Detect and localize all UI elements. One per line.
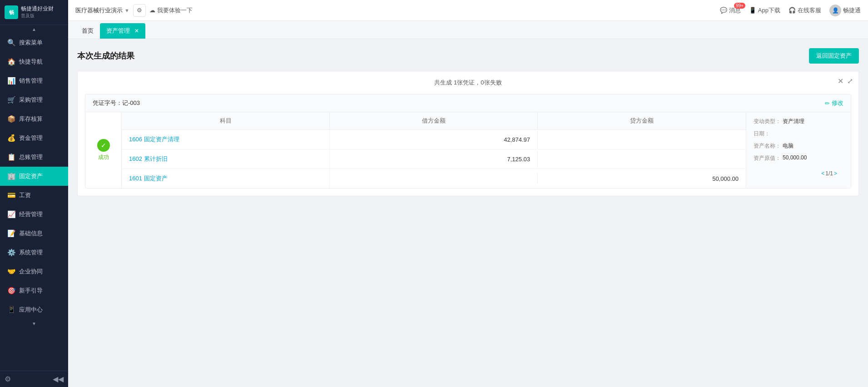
sidebar-item-label: 采购管理: [19, 96, 43, 104]
sidebar-item-inventory[interactable]: 📦 库存核算: [0, 109, 68, 129]
side-info-asset-name: 资产名称： 电脑: [754, 142, 843, 150]
sidebar-item-label: 资金管理: [19, 134, 43, 142]
side-info-change-type: 变动类型： 资产清理: [754, 118, 843, 125]
voucher-block: 凭证字号：记-003 ✏ 修改 ✓ 成功: [85, 94, 851, 189]
success-indicator: ✓ 成功: [85, 112, 122, 188]
user-name: 畅捷通: [843, 6, 861, 15]
sidebar-item-guide[interactable]: 🎯 新手引导: [0, 281, 68, 300]
sidebar-item-operations[interactable]: 📈 经营管理: [0, 205, 68, 224]
message-badge: 99+: [734, 3, 745, 9]
home-icon: 🏠: [7, 58, 15, 66]
sidebar: 畅 畅捷通好业财 普及版 ▲ 🔍 搜索菜单 🏠 快捷导航 📊 销售管理 🛒 采购…: [0, 0, 68, 387]
customer-service-label: 在线客服: [798, 6, 821, 15]
settings-bottom-icon[interactable]: ⚙: [5, 375, 11, 383]
sidebar-item-search[interactable]: 🔍 搜索菜单: [0, 33, 68, 52]
sidebar-item-ledger[interactable]: 📋 总账管理: [0, 148, 68, 167]
change-type-value: 资产清理: [783, 118, 804, 125]
side-info-date: 日期：: [754, 130, 843, 138]
company-selector[interactable]: 医疗器械行业演示 ▼: [75, 6, 129, 15]
panel-expand-button[interactable]: ⤢: [847, 77, 853, 85]
tab-asset-mgmt[interactable]: 资产管理 ✕: [100, 23, 145, 39]
avatar-icon: 👤: [832, 7, 839, 14]
scroll-down-indicator: ▼: [0, 319, 68, 327]
gear-icon: ⚙: [137, 7, 142, 14]
pagination-prev[interactable]: <: [821, 170, 824, 177]
voucher-table: 科目 借方金额 贷方金额 1606 固定资产清理 42,874.97 1: [122, 112, 746, 188]
change-type-label: 变动类型：: [754, 118, 783, 125]
topbar-feedback[interactable]: ☁ 我要体验一下: [149, 6, 193, 15]
topbar-settings-button[interactable]: ⚙: [133, 4, 146, 17]
sidebar-item-label: 企业协同: [19, 268, 43, 276]
sidebar-nav: ▲ 🔍 搜索菜单 🏠 快捷导航 📊 销售管理 🛒 采购管理 📦 库存核算 💰 资…: [0, 25, 68, 371]
table-row: 1601 固定资产 50,000.00: [122, 169, 746, 188]
voucher-edit-button[interactable]: ✏ 修改: [825, 99, 843, 107]
customer-service-button[interactable]: 🎧 在线客服: [789, 6, 821, 15]
sidebar-item-label: 快捷导航: [19, 58, 43, 66]
sidebar-item-label: 经营管理: [19, 210, 43, 218]
cell-debit-2: [330, 173, 538, 184]
asset-name-label: 资产名称：: [754, 142, 783, 150]
result-summary: 共生成 1张凭证，0张失败: [85, 79, 851, 87]
col-credit: 贷方金额: [538, 112, 746, 129]
system-icon: ⚙️: [7, 248, 15, 257]
col-debit: 借方金额: [330, 112, 538, 129]
panel-close-button[interactable]: ✕: [838, 77, 843, 85]
operations-icon: 📈: [7, 210, 15, 218]
side-info-original-value: 资产原值： 50,000.00: [754, 154, 843, 162]
pagination-next[interactable]: >: [834, 170, 837, 177]
topbar: 医疗器械行业演示 ▼ ⚙ ☁ 我要体验一下 💬 消息 99+ 📱 App下载: [68, 0, 868, 21]
logo-icon: 畅: [5, 5, 18, 19]
app-download-label: App下载: [758, 6, 780, 15]
search-icon: 🔍: [7, 39, 15, 47]
cell-subject-0: 1606 固定资产清理: [122, 130, 330, 149]
cell-subject-2: 1601 固定资产: [122, 169, 330, 188]
table-row: 1606 固定资产清理 42,874.97: [122, 130, 746, 149]
table-rows: 1606 固定资产清理 42,874.97 1602 累计折旧 7,125.03…: [122, 130, 746, 188]
voucher-content: ✓ 成功 科目 借方金额 贷方金额 1606 固定资产清理: [85, 112, 851, 188]
topbar-right: 💬 消息 99+ 📱 App下载 🎧 在线客服 👤 畅捷通: [720, 5, 861, 16]
voucher-header: 凭证字号：记-003 ✏ 修改: [85, 94, 851, 112]
sidebar-item-label: 搜索菜单: [19, 39, 43, 47]
sidebar-item-label: 新手引导: [19, 287, 43, 295]
original-value-value: 50,000.00: [783, 154, 807, 161]
scroll-up-indicator: ▲: [0, 25, 68, 33]
cell-credit-2: 50,000.00: [538, 170, 746, 188]
message-button[interactable]: 💬 消息 99+: [720, 6, 741, 15]
sidebar-item-quick-nav[interactable]: 🏠 快捷导航: [0, 52, 68, 71]
sidebar-item-label: 工资: [19, 191, 31, 199]
sidebar-item-purchase[interactable]: 🛒 采购管理: [0, 90, 68, 109]
app-download-button[interactable]: 📱 App下载: [749, 6, 780, 15]
company-dropdown-icon: ▼: [124, 8, 129, 13]
sidebar-item-basic-info[interactable]: 📝 基础信息: [0, 224, 68, 243]
sidebar-item-fund[interactable]: 💰 资金管理: [0, 129, 68, 148]
pagination: < 1/1 >: [754, 167, 843, 180]
sidebar-item-app-center[interactable]: 📱 应用中心: [0, 300, 68, 319]
sales-icon: 📊: [7, 77, 15, 85]
tab-home-label: 首页: [82, 27, 94, 34]
tab-home[interactable]: 首页: [75, 23, 100, 39]
side-info-panel: 变动类型： 资产清理 日期： 资产名称： 电脑 资产原值：: [746, 112, 851, 188]
sidebar-item-enterprise[interactable]: 🤝 企业协同: [0, 262, 68, 281]
voucher-number: 凭证字号：记-003: [93, 99, 140, 107]
cell-subject-1: 1602 累计折旧: [122, 149, 330, 169]
topbar-left: 医疗器械行业演示 ▼ ⚙ ☁ 我要体验一下: [75, 4, 193, 17]
return-button[interactable]: 返回固定资产: [809, 48, 859, 64]
purchase-icon: 🛒: [7, 96, 15, 104]
success-check-icon: ✓: [97, 139, 110, 152]
sidebar-item-fixed-assets[interactable]: 🏢 固定资产: [0, 167, 68, 186]
logo-subtitle: 普及版: [21, 13, 54, 19]
fund-icon: 💰: [7, 134, 15, 142]
sidebar-item-label: 系统管理: [19, 248, 43, 257]
pagination-info: 1/1: [825, 170, 833, 177]
sidebar-item-payroll[interactable]: 💳 工资: [0, 186, 68, 205]
sidebar-item-sales[interactable]: 📊 销售管理: [0, 71, 68, 90]
app-center-icon: 📱: [7, 306, 15, 314]
tab-close-button[interactable]: ✕: [134, 28, 139, 34]
col-subject: 科目: [122, 112, 330, 129]
user-info[interactable]: 👤 畅捷通: [829, 5, 861, 16]
sidebar-item-system[interactable]: ⚙️ 系统管理: [0, 243, 68, 262]
logo-title: 畅捷通好业财: [21, 5, 54, 13]
table-header: 科目 借方金额 贷方金额: [122, 112, 746, 130]
collapse-icon[interactable]: ◀◀: [53, 375, 64, 383]
sidebar-item-label: 固定资产: [19, 172, 43, 180]
